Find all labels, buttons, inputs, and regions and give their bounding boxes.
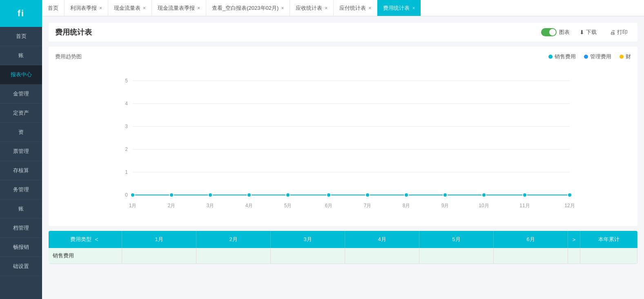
legend-dot-sales xyxy=(548,55,553,59)
tab-close-profit[interactable]: × xyxy=(99,5,102,11)
svg-text:9月: 9月 xyxy=(441,203,449,208)
header-actions: 图表 ⬇ 下载 🖨 打印 xyxy=(541,27,631,38)
tab-home[interactable]: 首页 xyxy=(42,0,65,16)
chart-legend: 销售费用 管理费用 财 xyxy=(548,53,631,60)
svg-point-17 xyxy=(327,193,331,197)
sidebar-item-ledger[interactable]: 账 xyxy=(0,46,42,65)
svg-text:0: 0 xyxy=(125,192,128,198)
prev-months-btn[interactable]: < xyxy=(93,236,100,243)
col-m4: 4月 xyxy=(345,231,419,248)
svg-text:6月: 6月 xyxy=(325,203,333,208)
cell-m2 xyxy=(196,248,271,264)
sidebar-item-settings[interactable]: 础设置 xyxy=(0,257,42,276)
svg-point-19 xyxy=(404,193,408,197)
col-m2: 2月 xyxy=(196,231,271,248)
tab-close-receivable[interactable]: × xyxy=(325,5,328,11)
svg-text:11月: 11月 xyxy=(519,203,530,208)
legend-label-admin: 管理费用 xyxy=(590,53,611,60)
page-header: 费用统计表 图表 ⬇ 下载 🖨 打印 xyxy=(49,23,637,42)
svg-point-12 xyxy=(131,193,135,197)
sidebar-item-fixed-assets[interactable]: 定资产 xyxy=(0,104,42,123)
cell-m1 xyxy=(122,248,196,264)
svg-point-18 xyxy=(365,193,370,197)
col-m6: 6月 xyxy=(494,231,568,248)
legend-sales: 销售费用 xyxy=(548,53,576,60)
svg-point-20 xyxy=(443,193,447,197)
svg-text:1月: 1月 xyxy=(129,203,137,208)
svg-text:10月: 10月 xyxy=(479,203,489,208)
trend-chart: 5 4 3 2 1 0 xyxy=(55,64,631,219)
tab-close-blank[interactable]: × xyxy=(281,5,284,11)
cell-summary xyxy=(580,248,637,264)
svg-text:3月: 3月 xyxy=(207,203,214,208)
data-table: 费用类型 < 1月 2月 3月 4月 5月 xyxy=(49,231,637,264)
sidebar-item-expense[interactable]: 畅报销 xyxy=(0,238,42,257)
next-months-btn[interactable]: > xyxy=(568,231,580,248)
cell-m5 xyxy=(419,248,494,264)
tab-close-expense[interactable]: × xyxy=(412,5,415,11)
svg-text:1: 1 xyxy=(125,169,128,175)
tab-close-cashflow-q[interactable]: × xyxy=(197,5,200,11)
svg-text:3: 3 xyxy=(125,124,128,129)
download-icon: ⬇ xyxy=(579,29,584,35)
sidebar-item-fund[interactable]: 金管理 xyxy=(0,84,42,104)
chart-toggle-label: 图表 xyxy=(559,29,570,36)
tab-cashflow[interactable]: 现金流量表 × xyxy=(108,0,152,16)
chart-toggle[interactable] xyxy=(541,28,557,36)
print-icon: 🖨 xyxy=(610,29,615,35)
sidebar-item-capital[interactable]: 资 xyxy=(0,123,42,142)
download-button[interactable]: ⬇ 下载 xyxy=(576,27,600,38)
tab-receivable[interactable]: 应收统计表 × xyxy=(290,0,334,16)
tab-payable[interactable]: 应付统计表 × xyxy=(334,0,377,16)
chart-svg-wrapper: 5 4 3 2 1 0 xyxy=(55,64,631,219)
legend-dot-finance xyxy=(619,55,624,59)
sidebar-item-service[interactable]: 务管理 xyxy=(0,180,42,199)
tab-cashflow-quarterly[interactable]: 现金流量表季报 × xyxy=(152,0,206,16)
svg-point-21 xyxy=(482,193,486,197)
tab-close-payable[interactable]: × xyxy=(368,5,371,11)
sidebar-item-ticket[interactable]: 票管理 xyxy=(0,142,42,161)
svg-text:5月: 5月 xyxy=(284,203,292,208)
cell-m3 xyxy=(271,248,345,264)
tab-expense-stats[interactable]: 费用统计表 × xyxy=(377,0,421,16)
table-row: 销售费用 xyxy=(49,248,637,264)
print-button[interactable]: 🖨 打印 xyxy=(606,27,631,38)
main-content: 首页 利润表季报 × 现金流量表 × 现金流量表季报 × 查看_空白报表(202… xyxy=(42,0,644,299)
svg-point-16 xyxy=(286,193,290,197)
svg-text:2月: 2月 xyxy=(168,203,176,208)
svg-point-22 xyxy=(523,193,527,197)
sidebar: fi 首页 账 报表中心 金管理 定资产 资 票管理 存核算 务管理 账 档管理… xyxy=(0,0,42,299)
tab-profit-quarterly[interactable]: 利润表季报 × xyxy=(65,0,108,16)
chart-toggle-wrap[interactable]: 图表 xyxy=(541,28,570,36)
legend-admin: 管理费用 xyxy=(584,53,611,60)
legend-label-sales: 销售费用 xyxy=(555,53,576,60)
page-title: 费用统计表 xyxy=(55,27,92,37)
sidebar-item-home[interactable]: 首页 xyxy=(0,27,42,46)
cell-type: 销售费用 xyxy=(49,248,122,264)
svg-text:4: 4 xyxy=(125,101,128,106)
chart-title: 费用趋势图 xyxy=(55,53,82,60)
tab-close-cashflow[interactable]: × xyxy=(143,5,146,11)
content-area: 费用统计表 图表 ⬇ 下载 🖨 打印 费用趋势图 xyxy=(42,16,644,299)
col-m5: 5月 xyxy=(419,231,494,248)
tab-bar: 首页 利润表季报 × 现金流量表 × 现金流量表季报 × 查看_空白报表(202… xyxy=(42,0,644,16)
chart-container: 费用趋势图 销售费用 管理费用 财 xyxy=(49,47,637,226)
cell-nav xyxy=(568,248,580,264)
svg-point-13 xyxy=(169,193,174,197)
sidebar-item-reports[interactable]: 报表中心 xyxy=(0,65,42,84)
col-summary: 本年累计 xyxy=(580,231,637,248)
tab-blank-report[interactable]: 查看_空白报表(2023年02月) × xyxy=(206,0,290,16)
sidebar-item-ledger2[interactable]: 账 xyxy=(0,199,42,219)
col-m3: 3月 xyxy=(271,231,345,248)
cell-m4 xyxy=(345,248,419,264)
svg-point-15 xyxy=(247,193,251,197)
table-header: 费用类型 < 1月 2月 3月 4月 5月 xyxy=(49,231,637,248)
chart-header: 费用趋势图 销售费用 管理费用 财 xyxy=(55,53,631,60)
svg-text:8月: 8月 xyxy=(403,203,410,208)
svg-point-23 xyxy=(568,193,572,197)
sidebar-logo: fi xyxy=(0,0,42,27)
cell-m6 xyxy=(494,248,568,264)
sidebar-item-archive[interactable]: 档管理 xyxy=(0,219,42,238)
legend-dot-admin xyxy=(584,55,588,59)
sidebar-item-inventory[interactable]: 存核算 xyxy=(0,161,42,180)
